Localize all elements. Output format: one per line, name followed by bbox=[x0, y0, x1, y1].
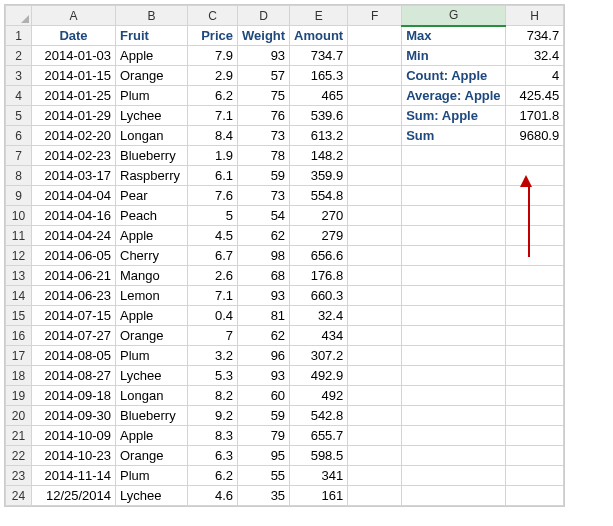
row-header[interactable]: 23 bbox=[6, 466, 32, 486]
cell[interactable]: 613.2 bbox=[290, 126, 348, 146]
cell[interactable]: 539.6 bbox=[290, 106, 348, 126]
table-row[interactable]: 24 12/25/2014 Lychee 4.6 35 161 bbox=[6, 486, 564, 506]
cell[interactable]: 341 bbox=[290, 466, 348, 486]
col-header-G[interactable]: G bbox=[402, 6, 506, 26]
cell[interactable]: 35 bbox=[238, 486, 290, 506]
cell[interactable] bbox=[506, 466, 564, 486]
cell[interactable]: 2014-10-23 bbox=[32, 446, 116, 466]
cell[interactable] bbox=[506, 386, 564, 406]
cell[interactable]: 2014-08-27 bbox=[32, 366, 116, 386]
spreadsheet[interactable]: A B C D E F G H 1 Date Fruit Price Weigh… bbox=[4, 4, 565, 507]
cell[interactable] bbox=[506, 326, 564, 346]
cell[interactable]: 79 bbox=[238, 426, 290, 446]
cell[interactable]: 8.2 bbox=[188, 386, 238, 406]
cell[interactable]: 2014-04-24 bbox=[32, 226, 116, 246]
cell[interactable]: Lychee bbox=[116, 106, 188, 126]
cell[interactable]: Count: Apple bbox=[402, 66, 506, 86]
cell[interactable] bbox=[348, 46, 402, 66]
cell[interactable]: Min bbox=[402, 46, 506, 66]
row-header[interactable]: 8 bbox=[6, 166, 32, 186]
row-header[interactable]: 21 bbox=[6, 426, 32, 446]
cell[interactable]: 7.9 bbox=[188, 46, 238, 66]
cell[interactable]: 2014-07-15 bbox=[32, 306, 116, 326]
cell[interactable] bbox=[402, 286, 506, 306]
cell[interactable]: 2014-01-29 bbox=[32, 106, 116, 126]
cell[interactable]: 465 bbox=[290, 86, 348, 106]
cell[interactable]: Pear bbox=[116, 186, 188, 206]
row-header[interactable]: 7 bbox=[6, 146, 32, 166]
cell[interactable]: 7.1 bbox=[188, 106, 238, 126]
cell[interactable] bbox=[348, 66, 402, 86]
cell[interactable]: 5.3 bbox=[188, 366, 238, 386]
cell[interactable]: Cherry bbox=[116, 246, 188, 266]
cell[interactable]: Orange bbox=[116, 66, 188, 86]
cell[interactable] bbox=[402, 166, 506, 186]
cell[interactable] bbox=[348, 286, 402, 306]
cell[interactable]: 93 bbox=[238, 366, 290, 386]
cell[interactable]: 176.8 bbox=[290, 266, 348, 286]
row-header[interactable]: 17 bbox=[6, 346, 32, 366]
cell[interactable]: 2014-09-30 bbox=[32, 406, 116, 426]
cell[interactable] bbox=[402, 366, 506, 386]
cell[interactable] bbox=[348, 246, 402, 266]
cell[interactable]: 2014-06-05 bbox=[32, 246, 116, 266]
cell[interactable]: 81 bbox=[238, 306, 290, 326]
row-header[interactable]: 13 bbox=[6, 266, 32, 286]
cell[interactable]: 62 bbox=[238, 326, 290, 346]
cell[interactable]: Apple bbox=[116, 226, 188, 246]
cell[interactable]: 2014-04-04 bbox=[32, 186, 116, 206]
table-row[interactable]: 6 2014-02-20 Longan 8.4 73 613.2 Sum 968… bbox=[6, 126, 564, 146]
cell[interactable]: 3.2 bbox=[188, 346, 238, 366]
row-header[interactable]: 4 bbox=[6, 86, 32, 106]
cell[interactable]: 96 bbox=[238, 346, 290, 366]
cell[interactable]: Longan bbox=[116, 386, 188, 406]
cell[interactable]: 55 bbox=[238, 466, 290, 486]
col-header-B[interactable]: B bbox=[116, 6, 188, 26]
table-row[interactable]: 15 2014-07-15 Apple 0.4 81 32.4 bbox=[6, 306, 564, 326]
cell[interactable]: 148.2 bbox=[290, 146, 348, 166]
cell[interactable] bbox=[402, 426, 506, 446]
cell[interactable]: 492 bbox=[290, 386, 348, 406]
cell[interactable] bbox=[506, 426, 564, 446]
table-row[interactable]: 1 Date Fruit Price Weight Amount Max 734… bbox=[6, 26, 564, 46]
cell[interactable]: 62 bbox=[238, 226, 290, 246]
cell[interactable]: 6.2 bbox=[188, 466, 238, 486]
cell[interactable]: 93 bbox=[238, 46, 290, 66]
cell[interactable]: 32.4 bbox=[506, 46, 564, 66]
cell[interactable] bbox=[348, 266, 402, 286]
row-header[interactable]: 5 bbox=[6, 106, 32, 126]
cell[interactable]: 60 bbox=[238, 386, 290, 406]
cell[interactable] bbox=[348, 206, 402, 226]
row-header[interactable]: 9 bbox=[6, 186, 32, 206]
cell[interactable] bbox=[402, 346, 506, 366]
cell[interactable]: 6.2 bbox=[188, 86, 238, 106]
table-row[interactable]: 10 2014-04-16 Peach 5 54 270 bbox=[6, 206, 564, 226]
table-row[interactable]: 3 2014-01-15 Orange 2.9 57 165.3 Count: … bbox=[6, 66, 564, 86]
cell[interactable]: 542.8 bbox=[290, 406, 348, 426]
cell[interactable]: Plum bbox=[116, 346, 188, 366]
table-row[interactable]: 16 2014-07-27 Orange 7 62 434 bbox=[6, 326, 564, 346]
table-row[interactable]: 20 2014-09-30 Blueberry 9.2 59 542.8 bbox=[6, 406, 564, 426]
cell[interactable] bbox=[402, 406, 506, 426]
cell[interactable]: 2014-02-23 bbox=[32, 146, 116, 166]
cell[interactable] bbox=[402, 146, 506, 166]
cell[interactable] bbox=[402, 186, 506, 206]
cell[interactable]: 655.7 bbox=[290, 426, 348, 446]
table-row[interactable]: 11 2014-04-24 Apple 4.5 62 279 bbox=[6, 226, 564, 246]
cell[interactable]: Blueberry bbox=[116, 406, 188, 426]
cell[interactable]: Sum bbox=[402, 126, 506, 146]
cell[interactable] bbox=[348, 466, 402, 486]
cell[interactable]: 12/25/2014 bbox=[32, 486, 116, 506]
cell[interactable] bbox=[402, 266, 506, 286]
cell[interactable]: 57 bbox=[238, 66, 290, 86]
row-header[interactable]: 12 bbox=[6, 246, 32, 266]
cell[interactable] bbox=[506, 346, 564, 366]
table-row[interactable]: 8 2014-03-17 Raspberry 6.1 59 359.9 bbox=[6, 166, 564, 186]
cell[interactable] bbox=[402, 486, 506, 506]
cell[interactable]: 73 bbox=[238, 186, 290, 206]
cell[interactable]: 75 bbox=[238, 86, 290, 106]
cell[interactable]: 2014-08-05 bbox=[32, 346, 116, 366]
cell[interactable]: 59 bbox=[238, 406, 290, 426]
cell[interactable] bbox=[348, 326, 402, 346]
cell[interactable]: 270 bbox=[290, 206, 348, 226]
